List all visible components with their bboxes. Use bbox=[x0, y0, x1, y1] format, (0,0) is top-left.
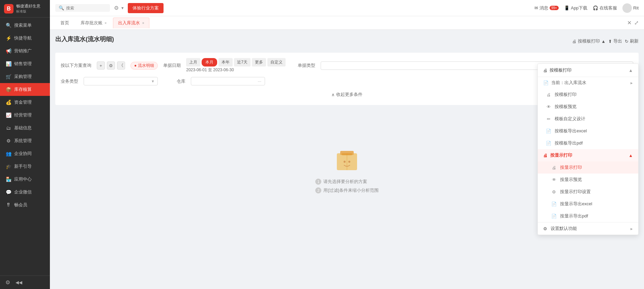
sidebar-item-operation[interactable]: 📈经营管理 bbox=[0, 109, 50, 122]
dropdown-template-print[interactable]: 🖨 按模板打印 bbox=[538, 88, 638, 101]
collapse-filter-label: 收起更多条件 bbox=[336, 91, 362, 98]
dropdown-display-pdf[interactable]: 📄 按显示导出pdf bbox=[538, 210, 638, 222]
operation-icon: 📈 bbox=[5, 112, 11, 118]
dropdown-header-arrow[interactable]: ▲ bbox=[628, 68, 633, 73]
dropdown-footer[interactable]: ⚙ 设置默认功能 ▸ bbox=[538, 222, 638, 235]
chevron-down-icon[interactable]: ▾ bbox=[121, 5, 124, 10]
search-input[interactable] bbox=[66, 6, 107, 10]
date-current-month[interactable]: 本月 bbox=[202, 58, 217, 67]
trial-button[interactable]: 体验行业方案 bbox=[128, 3, 164, 13]
tab-close-all-icon[interactable]: ✕ bbox=[627, 20, 632, 26]
collapse-filter-btn[interactable]: ∧ 收起更多条件 bbox=[327, 89, 367, 100]
dropdown-display-excel[interactable]: 📄 按显示导出excel bbox=[538, 198, 638, 210]
tab-flow-close[interactable]: × bbox=[142, 21, 144, 25]
sidebar-item-purchase[interactable]: 🛒采购管理 bbox=[0, 70, 50, 83]
sidebar-item-label: 基础信息 bbox=[14, 125, 32, 131]
sidebar-item-wechat[interactable]: 💬企业微信 bbox=[0, 186, 50, 199]
sidebar-item-collab[interactable]: 👥企业协同 bbox=[0, 147, 50, 160]
date-last-month[interactable]: 上月 bbox=[186, 58, 200, 67]
sidebar-item-shortcut[interactable]: ⚡快捷导航 bbox=[0, 32, 50, 45]
dropdown-display-settings[interactable]: ⚙ 按显示打印设置 bbox=[538, 186, 638, 198]
filter-label: 按以下方案查询 bbox=[61, 62, 91, 69]
warehouse-label: 仓库 bbox=[177, 78, 185, 84]
user-avatar-area[interactable]: Rit bbox=[622, 3, 639, 13]
sidebar-item-sales[interactable]: 📊销售管理 bbox=[0, 57, 50, 70]
tab-flow[interactable]: 出入库流水 × bbox=[113, 18, 149, 28]
member-icon: 🎖 bbox=[5, 202, 11, 208]
top-actions: 🖨 按模板打印 ▲ ⬆ 导出 ↻ 刷新 bbox=[572, 38, 639, 44]
hint-1-text: 请先选择要分析的方案 bbox=[323, 177, 367, 186]
bill-type-label: 单据类型 bbox=[298, 62, 315, 69]
sidebar-item-marketing[interactable]: 📢营销推广 bbox=[0, 45, 50, 57]
export-btn[interactable]: ⬆ 导出 bbox=[608, 38, 622, 44]
sidebar-item-finance[interactable]: 💰资金管理 bbox=[0, 96, 50, 109]
sidebar-item-label: 营销推广 bbox=[14, 48, 32, 54]
business-type-label: 业务类型 bbox=[61, 78, 78, 84]
sidebar-item-label: 库存核算 bbox=[14, 86, 32, 93]
dropdown-display-section[interactable]: 🖨 按显示打印 ▲ bbox=[538, 149, 638, 161]
finance-icon: 💰 bbox=[5, 99, 11, 105]
tab-home[interactable]: 首页 bbox=[55, 18, 74, 28]
sidebar-item-inventory[interactable]: 📦库存核算 bbox=[0, 83, 50, 96]
sidebar-item-label: 系统管理 bbox=[14, 138, 32, 144]
template-print-icon: 🖨 bbox=[546, 92, 551, 97]
gear-icon[interactable]: ⚙ bbox=[114, 5, 119, 11]
dropdown-template-preview[interactable]: 👁 按模板预览 bbox=[538, 101, 638, 113]
sidebar-nav: 🔍搜索菜单⚡快捷导航📢营销推广📊销售管理🛒采购管理📦库存核算💰资金管理📈经营管理… bbox=[0, 18, 50, 275]
template-preview-label: 按模板预览 bbox=[555, 104, 577, 110]
date-7days[interactable]: 近7天 bbox=[234, 58, 251, 67]
sidebar-item-guide[interactable]: 🎓新手引导 bbox=[0, 160, 50, 173]
template-excel-icon: 📄 bbox=[546, 128, 551, 134]
settings-icon[interactable]: ⚙ bbox=[5, 279, 10, 286]
business-type-select[interactable]: ▾ bbox=[84, 77, 158, 85]
sidebar-item-base[interactable]: 🗂基础信息 bbox=[0, 122, 50, 134]
date-custom[interactable]: 自定义 bbox=[267, 58, 286, 67]
footer-settings-icon: ⚙ bbox=[543, 226, 547, 231]
dropdown-current-item[interactable]: 📄 当前：出入库流水 ▸ bbox=[538, 77, 638, 88]
warehouse-more-btn[interactable]: ··· bbox=[258, 79, 261, 84]
display-preview-label: 按显示预览 bbox=[560, 177, 582, 183]
business-type-chevron: ▾ bbox=[152, 79, 154, 84]
active-filter-tag[interactable]: ● 流水明细 bbox=[130, 62, 158, 70]
dropdown-template-excel[interactable]: 📄 按模板导出excel bbox=[538, 125, 638, 137]
dropdown-display-preview[interactable]: 👁 按显示预览 bbox=[538, 174, 638, 186]
sidebar-item-system[interactable]: ⚙系统管理 bbox=[0, 134, 50, 147]
content-area: 出入库流水(流水明细) 🖨 按模板打印 ▲ ⬆ 导出 ↻ 刷新 bbox=[50, 30, 644, 289]
refresh-label: 刷新 bbox=[630, 38, 639, 44]
search-box[interactable]: 🔍 bbox=[55, 4, 110, 12]
date-current-year[interactable]: 本年 bbox=[218, 58, 233, 67]
dropdown-display-print[interactable]: 🖨 按显示打印 bbox=[538, 161, 638, 174]
refresh-btn[interactable]: ↻ 刷新 bbox=[625, 38, 639, 44]
print-template-btn[interactable]: 🖨 按模板打印 ▲ bbox=[572, 38, 606, 44]
logo-area: B 畅捷通好生意 标准版 bbox=[0, 0, 50, 18]
purchase-icon: 🛒 bbox=[5, 74, 11, 80]
warehouse-select[interactable]: ··· bbox=[191, 77, 265, 85]
shortcut-icon: ⚡ bbox=[5, 35, 11, 41]
online-service-btn[interactable]: 🎧 在线客服 bbox=[593, 5, 617, 11]
dropdown-template-design[interactable]: ✏ 模板自定义设计 bbox=[538, 113, 638, 125]
print-dropdown: 🖨 按模板打印 ▲ 📄 当前：出入库流水 ▸ 🖨 按模板打印 👁 bbox=[537, 63, 639, 235]
app-download-btn[interactable]: 📱 App下载 bbox=[564, 5, 587, 11]
dropdown-template-pdf[interactable]: 📄 按模板导出pdf bbox=[538, 137, 638, 149]
sidebar-item-search[interactable]: 🔍搜索菜单 bbox=[0, 19, 50, 32]
logo-text: 畅捷通好生意 标准版 bbox=[16, 3, 40, 14]
date-more[interactable]: 更多 bbox=[252, 58, 266, 67]
display-preview-icon: 👁 bbox=[551, 177, 557, 182]
print-template-label: 按模板打印 bbox=[578, 38, 600, 44]
sidebar-item-label: 资金管理 bbox=[14, 99, 32, 105]
message-btn[interactable]: ✉ 消息 99+ bbox=[534, 5, 559, 11]
tab-batch[interactable]: 库存批次账 × bbox=[76, 18, 112, 28]
filter-add-btn[interactable]: + bbox=[97, 61, 105, 70]
date-range-text: 2023-06-01 至 2023-06-30 bbox=[186, 67, 286, 73]
collapse-sidebar-icon[interactable]: ◀◀ bbox=[16, 280, 22, 285]
empty-box-svg bbox=[332, 145, 362, 172]
template-pdf-icon: 📄 bbox=[546, 140, 551, 146]
chevron-up-icon: ▲ bbox=[601, 39, 606, 44]
filter-setting-btn[interactable]: ⚙ bbox=[107, 61, 115, 70]
tab-batch-close[interactable]: × bbox=[105, 21, 107, 25]
filter-collapse-btn[interactable]: 《 bbox=[117, 61, 125, 70]
sidebar-item-member[interactable]: 🎖畅会员 bbox=[0, 199, 50, 211]
tab-maximize-icon[interactable]: ⤢ bbox=[634, 20, 639, 26]
sidebar-item-apps[interactable]: 🏪应用中心 bbox=[0, 173, 50, 186]
display-pdf-icon: 📄 bbox=[551, 213, 557, 219]
